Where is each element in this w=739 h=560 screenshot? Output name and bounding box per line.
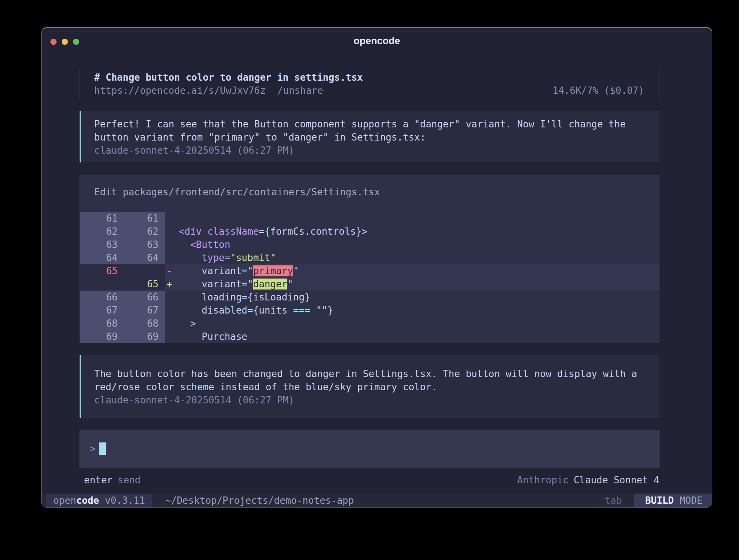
share-url[interactable]: https://opencode.ai/s/UwJxv76z	[94, 84, 266, 97]
app-version-badge: opencode v0.3.11	[46, 494, 152, 507]
diff-row: 6262 <div className={formCs.controls}>	[80, 225, 659, 238]
model-name: Claude Sonnet 4	[574, 473, 659, 487]
diff-table: 61616262 <div className={formCs.controls…	[80, 212, 659, 343]
window-title: opencode	[42, 27, 712, 54]
diff-row: 6969 Purchase	[80, 330, 659, 343]
prompt-input[interactable]: >	[80, 430, 659, 468]
window-titlebar: opencode	[42, 27, 712, 54]
prompt-symbol: >	[90, 442, 96, 455]
provider-name: Anthropic	[517, 473, 568, 487]
assistant-message: The button color has been changed to dan…	[80, 355, 659, 418]
traffic-lights	[50, 39, 79, 45]
app-name-open: open	[53, 494, 76, 507]
app-version: v0.3.11	[105, 494, 145, 507]
opencode-window: opencode # Change button color to danger…	[42, 27, 712, 507]
unshare-command: /unshare	[277, 84, 323, 97]
close-button[interactable]	[50, 39, 57, 45]
session-title: # Change button color to danger in setti…	[94, 71, 659, 84]
send-action-hint: send	[118, 473, 141, 487]
status-bar: opencode v0.3.11 ~/Desktop/Projects/demo…	[42, 494, 712, 507]
message-meta: claude-sonnet-4-20250514 (06:27 PM)	[94, 394, 644, 407]
context-stats: 14.6K/7% ($0.07)	[553, 84, 644, 97]
diff-row: 6464 type="submit"	[80, 251, 659, 264]
diff-row: 6666 loading={isLoading}	[80, 291, 659, 304]
diff-row: 6868 >	[80, 317, 659, 330]
diff-row: 6161	[80, 212, 659, 225]
input-hints: enter send Anthropic Claude Sonnet 4	[80, 473, 659, 487]
zoom-button[interactable]	[73, 39, 79, 45]
edit-tool-call: Edit packages/frontend/src/containers/Se…	[80, 175, 659, 343]
working-directory: ~/Desktop/Projects/demo-notes-app	[165, 494, 354, 507]
diff-row: 65+ variant="danger"	[80, 277, 659, 291]
edit-tool-title: Edit packages/frontend/src/containers/Se…	[80, 185, 659, 199]
model-info: Anthropic Claude Sonnet 4	[517, 473, 659, 487]
app-name-code: code	[76, 494, 99, 507]
mode-primary: BUILD	[645, 494, 674, 507]
message-meta: claude-sonnet-4-20250514 (06:27 PM)	[94, 144, 644, 157]
enter-key-hint: enter	[84, 473, 112, 487]
mode-secondary: MODE	[679, 494, 702, 507]
text-cursor	[99, 442, 106, 455]
tab-key-hint: tab	[605, 494, 622, 507]
session-header: # Change button color to danger in setti…	[80, 69, 659, 99]
mode-badge: BUILD MODE	[634, 494, 712, 507]
diff-row: 6767 disabled={units === ""}	[80, 304, 659, 317]
diff-row: 6363 <Button	[80, 238, 659, 251]
minimize-button[interactable]	[62, 39, 68, 45]
message-text: The button color has been changed to dan…	[94, 367, 644, 394]
diff-row: 65- variant="primary"	[80, 264, 659, 277]
assistant-message: Perfect! I can see that the Button compo…	[80, 111, 659, 162]
message-text: Perfect! I can see that the Button compo…	[94, 118, 644, 144]
